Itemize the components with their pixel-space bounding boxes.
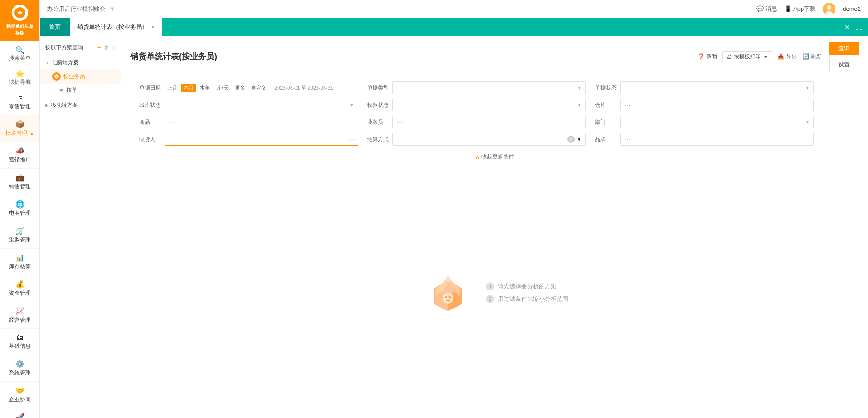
print-button[interactable]: 🖨 按模板打印 ▼: [722, 51, 772, 62]
query-button[interactable]: 查询: [829, 42, 859, 55]
tip-num-2: 2: [486, 295, 494, 303]
sidebar-item-operations[interactable]: 📈 经营管理: [0, 302, 39, 329]
sidebar-item-marketing[interactable]: 📣 营销推广: [0, 142, 39, 169]
svg-point-2: [827, 5, 831, 10]
salesperson-select[interactable]: ···: [392, 116, 586, 128]
tab-home[interactable]: 首页: [40, 18, 70, 36]
date-tab-custom[interactable]: 自定义: [249, 84, 269, 92]
sidebar-item-purchase[interactable]: 🛒 采购管理: [0, 222, 39, 249]
consignee-input[interactable]: [165, 133, 358, 146]
desktop-group-header[interactable]: ▼ 电脑端方案: [40, 56, 121, 69]
shortcut-nav-item[interactable]: ⭐ 快捷导航: [0, 65, 39, 89]
pay-select[interactable]: ▼: [392, 99, 586, 111]
filter-row-2: 出库状态 ▼ 收款状态 ▼: [139, 99, 850, 111]
department-label: 部门: [595, 119, 620, 126]
ship-chevron-icon: ▼: [349, 103, 354, 108]
date-tab-7days[interactable]: 近7天: [213, 84, 231, 92]
date-filter-control: 上月 本月 本年 近7天 更多 自定义 2023-03-01 至 2023-03…: [165, 84, 358, 92]
sidebar-item-collab[interactable]: 🤝 企业协同: [0, 382, 39, 408]
brand-select[interactable]: ···: [620, 133, 814, 146]
settlement-select[interactable]: ✕ ▼: [392, 133, 586, 146]
type-select[interactable]: ▼: [392, 81, 586, 94]
empty-state: 1 请先选择要分析的方案 2 用过滤条件来缩小分析范围: [121, 167, 868, 418]
collapse-panel-button[interactable]: «: [112, 44, 115, 51]
type-filter-control: ▼: [392, 81, 586, 94]
search-menu-item[interactable]: 🔍 搜索菜单: [0, 41, 39, 65]
query-buttons: 查询 设置: [829, 42, 859, 71]
date-tab-this-year[interactable]: 本年: [197, 84, 212, 92]
dept-chevron-icon: ▼: [805, 120, 810, 125]
warehouse-select[interactable]: ···: [620, 99, 814, 111]
sidebar-item-sales[interactable]: 💼 销售管理: [0, 169, 39, 195]
left-panel-actions: + ⚙ «: [97, 43, 115, 52]
sidebar-item-finance[interactable]: 💰 资金管理: [0, 276, 39, 302]
mobile-scheme-group: ▶ 移动端方案: [40, 99, 121, 112]
tab-close-button[interactable]: ×: [151, 24, 155, 30]
tab-active[interactable]: 销货单统计表（按业务员） ×: [70, 18, 162, 36]
status-select[interactable]: ▼: [620, 81, 814, 94]
settlement-filter-control: ✕ ▼: [392, 133, 586, 146]
sidebar-item-basic[interactable]: 🗂 基础信息: [0, 329, 39, 355]
settings-button[interactable]: 设置: [829, 58, 859, 71]
edit-scheme-button[interactable]: ⚙: [104, 44, 109, 51]
main-area: 办公用品行业模拟账套 ▼ 💬 消息 📱 App下载 demo2: [40, 0, 868, 418]
svg-point-4: [54, 74, 59, 79]
type-chevron-icon: ▼: [577, 86, 582, 90]
date-tab-more[interactable]: 更多: [232, 84, 248, 92]
warehouse-filter-control: ···: [620, 99, 814, 111]
consignee-label: 收货人: [139, 136, 165, 143]
app-download-button[interactable]: 📱 App下载: [784, 5, 816, 13]
desktop-scheme-group: ▼ 电脑端方案 按业务员 〓 按单: [40, 56, 121, 97]
help-button[interactable]: ❓ 帮助: [698, 53, 717, 61]
date-tab-last-month[interactable]: 上月: [165, 84, 180, 92]
ship-select[interactable]: ▼: [165, 99, 358, 111]
department-select[interactable]: ▼: [620, 116, 814, 128]
empty-state-icon: [421, 266, 475, 320]
user-avatar[interactable]: [823, 3, 835, 15]
mobile-group-header[interactable]: ▶ 移动端方案: [40, 99, 121, 112]
sidebar-item-ecommerce[interactable]: 🌐 电商管理: [0, 195, 39, 222]
top-header: 办公用品行业模拟账套 ▼ 💬 消息 📱 App下载 demo2: [40, 0, 868, 18]
svg-marker-13: [445, 275, 451, 280]
filter-area: 单据日期 上月 本月 本年 近7天 更多 自定义 2023-03-01 至 20…: [130, 77, 859, 167]
filter-row-1: 单据日期 上月 本月 本年 近7天 更多 自定义 2023-03-01 至 20…: [139, 81, 850, 94]
date-range-text: 2023-03-01 至 2023-03-31: [274, 85, 333, 91]
goods-label: 商品: [139, 119, 165, 126]
add-scheme-button[interactable]: +: [97, 43, 101, 52]
settlement-clear-button[interactable]: ✕: [567, 136, 575, 143]
export-button[interactable]: 📤 导出: [778, 53, 797, 61]
refresh-button[interactable]: 🔄 刷新: [802, 53, 822, 61]
content-area: 按以下方案查询 + ⚙ « ▼ 电脑端方案 按业务员: [40, 36, 868, 418]
salesperson-filter-control: ···: [392, 116, 586, 128]
consignee-dots-icon[interactable]: ···: [349, 136, 356, 143]
dropdown-arrow-icon[interactable]: ▼: [109, 5, 115, 12]
settlement-chevron-icon: ▼: [576, 136, 582, 142]
filter-row-3: 商品 ··· 业务员 ··· 部门: [139, 116, 850, 128]
close-tab-icon[interactable]: ✕: [842, 21, 852, 33]
app-logo[interactable]: 畅捷通好生意 标版: [0, 0, 39, 41]
goods-select[interactable]: ···: [165, 116, 358, 128]
settlement-label: 结算方式: [367, 136, 392, 143]
scheme-item-by-salesperson[interactable]: 按业务员: [40, 69, 121, 84]
top-header-title: 办公用品行业模拟账套 ▼: [47, 5, 115, 13]
consignee-input-wrapper: ···: [165, 133, 358, 146]
date-tab-this-month[interactable]: 本月: [181, 84, 196, 92]
sidebar-item-newguide[interactable]: 🚀 新手引导: [0, 408, 39, 418]
message-button[interactable]: 💬 消息: [756, 5, 777, 13]
expand-icon[interactable]: ⛶: [854, 21, 864, 33]
sidebar-item-retail[interactable]: 🛍 零售管理: [0, 89, 39, 115]
empty-tip-1: 1 请先选择要分析的方案: [486, 282, 568, 290]
sidebar-item-wholesale[interactable]: 📦 批发管理 ▲: [0, 115, 39, 142]
collapse-line-left: [302, 157, 474, 157]
page-header-section: 销货单统计表(按业务员) ❓ 帮助 🖨 按模板打印 ▼: [121, 36, 868, 167]
brand-label: 品牌: [595, 136, 620, 143]
sidebar-item-inventory[interactable]: 📊 库存核算: [0, 249, 39, 276]
collapse-bar[interactable]: ∧ 收起更多条件: [139, 150, 850, 162]
goods-filter-control: ···: [165, 116, 358, 128]
sidebar-item-system[interactable]: ⚙️ 系统管理: [0, 355, 39, 382]
date-label: 单据日期: [139, 84, 165, 92]
consignee-filter-control: ···: [165, 133, 358, 146]
collapse-line-right: [516, 157, 688, 157]
scheme-item-by-order[interactable]: 〓 按单: [40, 84, 121, 97]
page-title: 销货单统计表(按业务员): [130, 51, 217, 62]
